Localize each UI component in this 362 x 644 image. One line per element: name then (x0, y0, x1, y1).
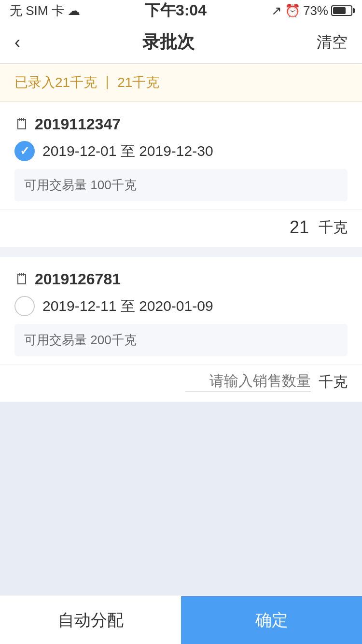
nav-bar: ‹ 录批次 清空 (0, 21, 362, 64)
batch-date-row-1[interactable]: ✓ 2019-12-01 至 2019-12-30 (0, 137, 362, 169)
status-time: 下午3:04 (145, 0, 207, 21)
check-icon-1: ✓ (20, 144, 29, 158)
batch-card-1: 🗒 2019112347 ✓ 2019-12-01 至 2019-12-30 可… (0, 102, 362, 247)
batch-number-2: 2019126781 (35, 270, 121, 288)
batch-header-1: 🗒 2019112347 (0, 102, 362, 137)
location-icon: ↗ (271, 3, 282, 18)
batch-header-2: 🗒 2019126781 (0, 257, 362, 292)
batch-available-1: 可用交易量 100千克 (14, 169, 348, 201)
sim-label: 无 SIM 卡 ☁ (10, 2, 80, 19)
batch-date-2: 2019-12-11 至 2020-01-09 (42, 296, 213, 316)
batch-number-1: 2019112347 (35, 115, 121, 133)
status-right: ↗ ⏰ 73% (271, 3, 352, 18)
radio-button-2[interactable] (14, 296, 35, 316)
batch-date-row-2[interactable]: 2019-12-11 至 2020-01-09 (0, 292, 362, 324)
bottom-bar: 自动分配 确定 (0, 596, 362, 644)
alarm-icon: ⏰ (285, 3, 300, 18)
auto-distribute-button[interactable]: 自动分配 (0, 596, 181, 644)
quantity-value-1: 21 (290, 217, 309, 238)
quantity-input-2[interactable] (185, 373, 311, 391)
clear-button[interactable]: 清空 (317, 32, 348, 53)
battery-icon (331, 5, 352, 16)
batch-quantity-row-1: 21 千克 (0, 209, 362, 247)
page-title: 录批次 (142, 30, 195, 54)
separator-1 (0, 247, 362, 257)
batch-doc-icon-1: 🗒 (14, 115, 30, 133)
back-button[interactable]: ‹ (14, 32, 20, 53)
quantity-unit-2: 千克 (319, 372, 348, 392)
recorded-label: 已录入21千克 (14, 73, 97, 92)
batch-date-1: 2019-12-01 至 2019-12-30 (42, 141, 213, 161)
batch-quantity-row-2: 千克 (0, 364, 362, 402)
empty-area (0, 402, 362, 595)
status-left: 无 SIM 卡 ☁ (10, 2, 80, 19)
info-banner: 已录入21千克 21千克 (0, 64, 362, 102)
batch-available-2: 可用交易量 200千克 (14, 324, 348, 356)
quantity-input-wrapper-2[interactable] (185, 373, 311, 392)
input-underline-2 (185, 391, 311, 392)
status-bar: 无 SIM 卡 ☁ 下午3:04 ↗ ⏰ 73% (0, 0, 362, 21)
recorded-value: 21千克 (117, 73, 159, 92)
batch-doc-icon-2: 🗒 (14, 270, 30, 288)
banner-divider (107, 76, 108, 89)
battery-percent: 73% (303, 3, 328, 18)
confirm-button[interactable]: 确定 (181, 596, 362, 644)
radio-button-1[interactable]: ✓ (14, 141, 35, 161)
quantity-unit-1: 千克 (319, 218, 348, 238)
batch-card-2: 🗒 2019126781 2019-12-11 至 2020-01-09 可用交… (0, 257, 362, 402)
